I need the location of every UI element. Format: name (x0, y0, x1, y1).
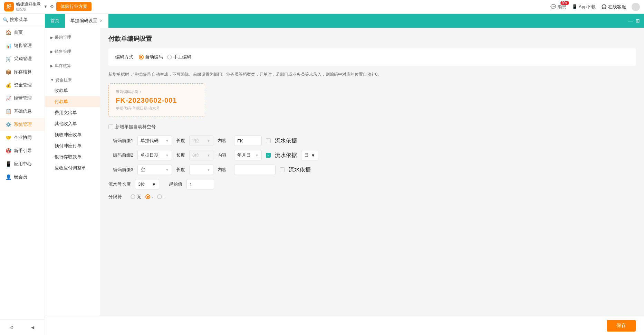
day-select[interactable]: 日 ▼ (301, 150, 318, 160)
tabbar-minimize-btn[interactable]: — (628, 18, 633, 24)
length3-label: 长度 (176, 167, 185, 173)
submenu-item-advance-offset[interactable]: 预付冲应付单 (45, 140, 100, 151)
tabbar-expand-btn[interactable]: ⊞ (636, 18, 640, 24)
submenu-item-adjust[interactable]: 应收应付调整单 (45, 162, 100, 174)
tab-home-label: 首页 (50, 18, 59, 24)
submenu-section-purchase-title[interactable]: ▶ 采购管理 (45, 32, 100, 43)
sidebar-item-guide[interactable]: 🎯 新手引导 (0, 144, 45, 157)
settings-footer-btn[interactable]: ⚙ (3, 323, 21, 332)
sidebar-item-label: 基础信息 (14, 108, 32, 114)
submenu-item-other-income[interactable]: 其他收入单 (45, 118, 100, 129)
sep-none-circle (131, 194, 135, 199)
length1-arrow-icon: ▼ (207, 139, 210, 143)
sidebar-item-label: 库存核算 (14, 69, 32, 75)
submenu-item-payment[interactable]: 付款单 (45, 96, 100, 107)
sep-dot-label: . (163, 194, 165, 199)
sidebar-search[interactable]: 🔍 搜索菜单 (0, 14, 45, 26)
submenu-item-receipt[interactable]: 收款单 (45, 85, 100, 96)
tab-home[interactable]: 首页 (45, 14, 65, 28)
finance-icon: 💰 (6, 82, 11, 88)
sidebar-item-label: 系统管理 (14, 121, 32, 128)
form-row-prefix2: 编码前缀2 单据日期 ▼ 长度 8位 ▼ 内容 年月日 ▼ ✓ (108, 150, 636, 160)
prefix2-select[interactable]: 单据日期 ▼ (137, 150, 172, 160)
prefix2-label: 编码前缀2 (108, 152, 133, 158)
prefix3-arrow-icon: ▼ (165, 168, 169, 172)
submenu-section-inventory-title[interactable]: ▶ 库存核算 (45, 61, 100, 71)
trial-button[interactable]: 体验行业方案 (56, 2, 92, 11)
sep-none-option[interactable]: 无 (131, 194, 141, 200)
auto-fill-checkbox[interactable] (108, 124, 113, 129)
user-avatar[interactable] (632, 3, 640, 11)
sidebar-item-member[interactable]: 👤 畅会员 (0, 170, 45, 184)
prefix1-label: 编码前缀1 (108, 138, 133, 144)
submenu-section-capital-title[interactable]: ▼ 资金往来 (45, 75, 100, 85)
prefix1-select[interactable]: 单据代码 ▼ (137, 136, 172, 146)
tabbar: 首页 单据编码设置 ✕ — ⊞ (45, 14, 644, 28)
separator-row: 分隔符 无 - . (108, 194, 636, 200)
sidebar-item-label: 应用中心 (14, 161, 32, 167)
sidebar-item-basic[interactable]: 📋 基础信息 (0, 105, 45, 118)
sidebar-item-finance[interactable]: 💰 资金管理 (0, 78, 45, 92)
tab-coding[interactable]: 单据编码设置 ✕ (65, 14, 108, 28)
coding-method-label: 编码方式 (115, 54, 133, 60)
length2-select[interactable]: 8位 ▼ (189, 150, 213, 160)
submenu-item-bank[interactable]: 银行存取款单 (45, 151, 100, 162)
submenu-section-capital: ▼ 资金往来 收款单 付款单 费用支出单 其他收入单 预收冲应收单 预付冲应付单… (45, 73, 100, 176)
dropdown-arrow-icon[interactable]: ▼ (44, 4, 48, 9)
radio-manual[interactable]: 手工编码 (167, 54, 191, 60)
radio-manual-circle (167, 55, 172, 59)
system-icon: ⚙️ (6, 122, 11, 127)
sidebar-item-appstore[interactable]: 📱 应用中心 (0, 157, 45, 170)
content1-input[interactable]: FK (234, 136, 262, 146)
sidebar-item-business[interactable]: 📈 经营管理 (0, 92, 45, 105)
length2-value: 8位 (192, 152, 199, 158)
length1-select[interactable]: 2位 ▼ (189, 136, 213, 146)
sidebar-item-label: 经营管理 (14, 95, 32, 101)
sep-dot-circle (157, 194, 162, 199)
day-value: 日 (304, 152, 309, 158)
separator-radio-group: 无 - . (131, 194, 165, 200)
start-value-input[interactable]: 1 (186, 179, 214, 189)
notice-text: 新增单据时，'单据编码'自动生成，不可编辑。前缀设置为部门、业务员等档案类，开单… (108, 71, 636, 78)
sep-dash-option[interactable]: - (145, 194, 153, 199)
gear-icon[interactable]: ⚙ (50, 4, 54, 9)
basic-icon: 📋 (6, 109, 11, 114)
save-button[interactable]: 保存 (607, 320, 636, 332)
sidebar-item-system[interactable]: ⚙️ 系统管理 (0, 118, 45, 131)
sidebar-item-inventory[interactable]: 📦 库存核算 (0, 65, 45, 78)
length3-select[interactable]: ▼ (189, 165, 213, 175)
tab-close-icon[interactable]: ✕ (99, 18, 103, 23)
serial-length-label: 流水号长度 (108, 181, 131, 187)
logo-icon: 好 (4, 2, 14, 11)
content2-select[interactable]: 年月日 ▼ (234, 150, 262, 160)
submenu-section-label: 库存核算 (55, 63, 71, 69)
submenu-item-expense[interactable]: 费用支出单 (45, 107, 100, 118)
submenu-section-sales-title[interactable]: ▶ 销售管理 (45, 47, 100, 57)
submenu-section-label: 资金往来 (55, 77, 72, 83)
serial-length-select[interactable]: 3位 ▼ (135, 179, 159, 189)
radio-auto[interactable]: 自动编码 (139, 54, 163, 60)
collapse-footer-btn[interactable]: ◀ (24, 323, 42, 332)
submenu-item-prepay-offset[interactable]: 预收冲应收单 (45, 129, 100, 140)
code-example-value: FK-20230602-001 (116, 96, 198, 104)
serial3-checkbox[interactable] (280, 167, 285, 172)
download-item[interactable]: 📱 App下载 (572, 4, 596, 10)
sep-dot-option[interactable]: . (157, 194, 165, 199)
content1-label: 内容 (218, 138, 230, 144)
prefix3-select[interactable]: 空 ▼ (137, 165, 172, 175)
sales-icon: 📊 (6, 43, 11, 48)
serial2-checkbox[interactable]: ✓ (266, 153, 271, 158)
message-item[interactable]: 💬 消息 99+ (550, 4, 566, 10)
sep-dash-circle (145, 194, 150, 199)
content3-input[interactable] (234, 165, 276, 175)
sidebar-item-label: 采购管理 (14, 56, 32, 62)
radio-auto-circle (139, 55, 144, 59)
sidebar-item-enterprise[interactable]: 🤝 企业协同 (0, 131, 45, 144)
service-item[interactable]: 🎧 在线客服 (601, 4, 626, 10)
arrow-right-icon: ▶ (50, 64, 53, 68)
submenu-section-purchase: ▶ 采购管理 (45, 30, 100, 45)
sidebar-item-sales[interactable]: 📊 销售管理 (0, 39, 45, 52)
sidebar-item-home[interactable]: 🏠 首页 (0, 26, 45, 39)
serial1-checkbox[interactable] (266, 138, 271, 143)
sidebar-item-purchase[interactable]: 🛒 采购管理 (0, 52, 45, 65)
